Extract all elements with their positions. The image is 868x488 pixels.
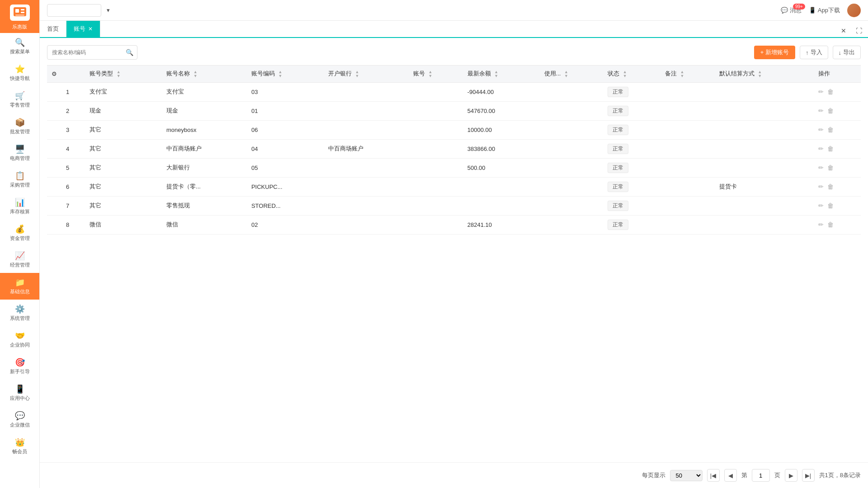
enterprise-wechat-label: 企业微信 [10,422,30,428]
delete-icon[interactable]: 🗑 [827,107,834,114]
col-balance[interactable]: 最新余额 ▲▼ [463,66,540,83]
svg-rect-4 [15,14,24,16]
row-usage [540,158,604,177]
delete-icon[interactable]: 🗑 [827,183,834,190]
row-action: ✏ 🗑 [814,101,861,120]
sidebar-item-purchase-mgmt[interactable]: 📋采购管理 [0,166,39,193]
row-balance [463,196,540,215]
first-page-button[interactable]: |◀ [707,469,720,482]
row-bank [324,196,409,215]
brand-label: 乐惠版 [12,23,27,30]
row-balance [463,177,540,196]
tab-fullscreen-button[interactable]: ⛶ [853,24,865,37]
row-type: 其它 [85,120,162,139]
sidebar-item-enterprise-agreement[interactable]: 🤝企业协同 [0,326,39,353]
tab-account-close[interactable]: ✕ [88,26,93,32]
col-default-settle[interactable]: 默认结算方式 ▲▼ [715,66,814,83]
sidebar-item-operation-mgmt[interactable]: 📈经营管理 [0,246,39,273]
edit-icon[interactable]: ✏ [818,221,824,228]
app-center-icon: 📱 [15,384,25,394]
col-name[interactable]: 账号名称 ▲▼ [162,66,247,83]
add-account-button[interactable]: + 新增账号 [754,46,795,59]
row-default-settle [715,120,814,139]
delete-icon[interactable]: 🗑 [827,164,834,171]
last-page-button[interactable]: ▶| [802,469,815,482]
delete-icon[interactable]: 🗑 [827,221,834,228]
delete-icon[interactable]: 🗑 [827,88,834,95]
tab-home-label: 首页 [47,25,59,33]
edit-icon[interactable]: ✏ [818,202,824,209]
message-button[interactable]: 💬 消息 99+ [781,6,802,14]
table-row: 3 其它 moneybosx 06 10000.00 正常 ✏ 🗑 [47,120,861,139]
row-type: 其它 [85,139,162,158]
search-input[interactable] [47,49,122,56]
tab-home[interactable]: 首页 [40,21,66,37]
row-gear [47,177,61,196]
delete-icon[interactable]: 🗑 [827,145,834,152]
col-status[interactable]: 状态 ▲▼ [603,66,660,83]
ecommerce-mgmt-label: 电商管理 [10,155,30,162]
user-avatar[interactable] [847,4,861,17]
tab-close-all-button[interactable]: ✕ [837,24,850,37]
row-name: 大新银行 [162,158,247,177]
sidebar-item-quick-nav[interactable]: ⭐快捷导航 [0,60,39,86]
sidebar-item-enterprise-wechat[interactable]: 💬企业微信 [0,406,39,433]
edit-icon[interactable]: ✏ [818,88,824,95]
export-icon: ↓ [839,49,842,56]
row-status: 正常 [603,120,660,139]
topbar-left: ▾ [47,4,110,17]
sidebar-item-inventory-check[interactable]: 📊库存核算 [0,193,39,220]
col-gear: ⚙ [47,66,61,83]
next-page-button[interactable]: ▶ [785,469,797,482]
sidebar-item-finance-mgmt[interactable]: 💰资金管理 [0,220,39,246]
edit-icon[interactable]: ✏ [818,164,824,171]
delete-icon[interactable]: 🗑 [827,126,834,133]
row-bank [324,177,409,196]
sidebar-item-search-menu[interactable]: 🔍搜索菜单 [0,33,39,60]
row-remark [660,196,715,215]
page-size-select[interactable]: 50 100 200 [670,470,703,481]
row-index: 4 [61,139,85,158]
sidebar-logo: 乐惠版 [0,0,39,33]
row-code: PICKUPC... [247,177,324,196]
sidebar-item-member[interactable]: 👑畅会员 [0,433,39,460]
col-bank[interactable]: 开户银行 ▲▼ [324,66,409,83]
table-row: 4 其它 中百商场账户 04 中百商场账户 383866.00 正常 ✏ 🗑 [47,139,861,158]
search-button[interactable]: 🔍 [122,49,137,56]
row-usage [540,196,604,215]
col-account[interactable]: 账号 ▲▼ [409,66,463,83]
col-usage[interactable]: 使用... ▲▼ [540,66,604,83]
sidebar-item-newbie-guide[interactable]: 🎯新手引导 [0,353,39,380]
table-row: 7 其它 零售抵现 STORED... 正常 ✏ 🗑 [47,196,861,215]
sidebar-item-basic-info[interactable]: 📁基础信息 [0,273,39,300]
tab-account[interactable]: 账号 ✕ [66,21,100,37]
col-code[interactable]: 账号编码 ▲▼ [247,66,324,83]
sidebar-item-app-center[interactable]: 📱应用中心 [0,380,39,406]
topbar-dropdown[interactable]: ▾ [107,7,110,14]
export-button[interactable]: ↓ 导出 [833,46,861,59]
prev-page-button[interactable]: ◀ [724,469,737,482]
page-number-input[interactable] [752,469,770,482]
col-remark[interactable]: 备注 ▲▼ [660,66,715,83]
topbar-search-input[interactable] [47,4,101,17]
edit-icon[interactable]: ✏ [818,107,824,114]
import-button[interactable]: ↑ 导入 [800,46,828,59]
col-type[interactable]: 账号类型 ▲▼ [85,66,162,83]
row-account [409,120,463,139]
sidebar-item-ecommerce-mgmt[interactable]: 🖥️电商管理 [0,140,39,166]
row-index: 1 [61,82,85,101]
sidebar-item-retail-mgmt[interactable]: 🛒零售管理 [0,86,39,113]
edit-icon[interactable]: ✏ [818,183,824,190]
sidebar-item-wholesale-mgmt[interactable]: 📦批发管理 [0,113,39,140]
edit-icon[interactable]: ✏ [818,126,824,133]
delete-icon[interactable]: 🗑 [827,202,834,209]
row-default-settle [715,101,814,120]
enterprise-agreement-icon: 🤝 [15,331,25,341]
gear-icon[interactable]: ⚙ [52,70,57,77]
row-bank [324,158,409,177]
row-code: 05 [247,158,324,177]
app-download-button[interactable]: 📱 App下载 [809,6,840,14]
edit-icon[interactable]: ✏ [818,145,824,152]
sidebar-item-system-mgmt[interactable]: ⚙️系统管理 [0,300,39,326]
row-code: STORED... [247,196,324,215]
